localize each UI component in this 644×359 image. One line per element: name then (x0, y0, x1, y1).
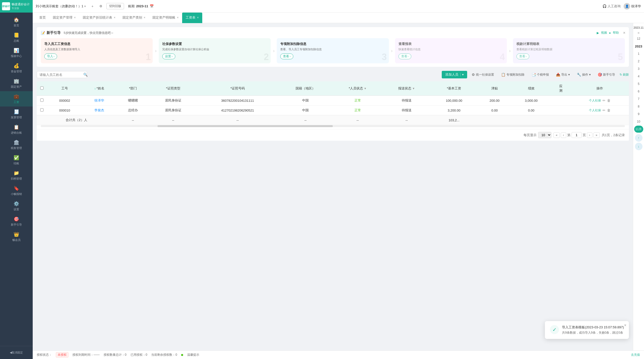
guide-button[interactable]: 🎯 新手引导 (595, 71, 618, 78)
tab-fixed-assets-close[interactable]: × (74, 16, 76, 19)
search-input[interactable] (39, 73, 82, 77)
month-11-current[interactable]: 11月 (634, 126, 643, 133)
guide-step-1-btn[interactable]: 导入 › (44, 54, 57, 59)
user-menu[interactable]: 👤 徐泽华 (624, 3, 641, 10)
guide-step-2-btn[interactable]: 设置 › (162, 54, 175, 59)
special-deduction-button[interactable]: 📋 专项附加扣除 (499, 71, 527, 78)
tab-home[interactable]: 首页 (36, 13, 49, 23)
page-input[interactable] (572, 132, 582, 138)
per-page-select[interactable]: 10 20 50 (538, 132, 551, 138)
sidebar-item-guide[interactable]: 🎯 新手引导 (0, 214, 33, 229)
month-2[interactable]: 2 (634, 58, 643, 65)
month-4[interactable]: 4 (634, 73, 643, 80)
month-7[interactable]: 7 (634, 95, 643, 102)
month-6[interactable]: 6 (634, 88, 643, 95)
sidebar-item-tax[interactable]: 🏛️ 税务管理 (0, 137, 33, 152)
sidebar-item-expense[interactable]: 🔖 小畅报销 (0, 183, 33, 198)
search-icon[interactable]: 🔍 (83, 73, 88, 77)
row2-name-link[interactable]: 李俊杰 (94, 108, 104, 112)
expand-panel-icon[interactable]: « (638, 31, 640, 35)
month-9[interactable]: 9 (634, 111, 643, 118)
guide-close-button[interactable]: × (623, 31, 625, 35)
row2-base-salary: 3,200.00 (430, 106, 478, 115)
tab-salary-close[interactable]: × (197, 16, 199, 19)
row1-name-link[interactable]: 徐泽华 (94, 98, 104, 102)
row2-personal-insurance[interactable]: 个人社保 (589, 108, 601, 113)
first-page-button[interactable]: « (553, 132, 560, 138)
toast-close-button[interactable]: × (624, 323, 626, 328)
tax-report-button[interactable]: 📑 个税申报 (529, 71, 551, 78)
add-account-button[interactable]: ＋ (89, 3, 96, 10)
export-button[interactable]: 📤 导出 ▾ (553, 71, 572, 78)
tab-depreciation-close[interactable]: × (114, 16, 115, 19)
row2-edit-icon[interactable]: ✏ (602, 108, 606, 112)
guide-video-help: ▶ 视频 ● 帮助 (597, 31, 619, 35)
tab-asset-detail-close[interactable]: × (177, 16, 179, 19)
month-1[interactable]: 1 (634, 50, 643, 57)
col-base-salary: *基本工资 (430, 81, 478, 96)
switch-version-button[interactable]: 切到旧版 (106, 3, 124, 9)
refresh-button[interactable]: ↻ 刷新 (620, 73, 629, 77)
sidebar-item-report[interactable]: 📊 报表中心 (0, 45, 33, 61)
tab-asset-category-close[interactable]: × (144, 16, 145, 19)
row1-personal-insurance[interactable]: 个人社保 (589, 98, 601, 103)
social-security-button[interactable]: ⚙ 统一社保设置 (469, 71, 497, 78)
sidebar-item-member[interactable]: 👑 畅会员 (0, 229, 33, 244)
row2-delete-icon[interactable]: 🗑 (607, 108, 611, 112)
row1-edit-icon[interactable]: ✏ (602, 98, 606, 102)
last-page-button[interactable]: » (593, 132, 600, 138)
step-4-arrow-icon: › (408, 55, 409, 58)
total-count: 共1页，2条记录 (602, 133, 625, 137)
row2-allowance: 0.00 (478, 106, 511, 115)
row1-checkbox[interactable] (40, 98, 44, 102)
add-btn-dropdown-icon[interactable]: ▾ (460, 73, 464, 76)
help-button[interactable]: 🎧 人工咨询 (602, 4, 621, 9)
guide-banner: 📝 新手引导 5步快速完成设置，快去完善信息吧～ 导入员工工资信息 人员信息及工… (37, 27, 629, 67)
prev-page-button[interactable]: ‹ (561, 132, 566, 138)
sidebar-item-finance[interactable]: 💰 资金管理 (0, 61, 33, 76)
horizontal-scrollbar[interactable] (41, 125, 625, 127)
month-12[interactable]: 12 (634, 35, 643, 42)
sidebar-item-ledger[interactable]: 📒 总账 (0, 30, 33, 45)
charge-link[interactable]: 去充值 (631, 353, 640, 357)
sidebar-item-home[interactable]: 🏠 首页 (0, 15, 33, 30)
sidebar-item-salary[interactable]: 💼 工资 (0, 91, 33, 107)
sidebar-item-trading[interactable]: 📋 进销台账 (0, 122, 33, 137)
scrollbar-thumb[interactable] (157, 125, 333, 127)
tab-salary[interactable]: 工资表 × (182, 13, 202, 23)
month-3[interactable]: 3 (634, 65, 643, 72)
calendar-nav-icon[interactable]: ↑ (635, 134, 642, 142)
month-10[interactable]: 10 (634, 118, 643, 125)
send-status-filter-icon[interactable]: ▼ (412, 87, 415, 90)
row1-action: 个人社保 ✏ 🗑 (571, 96, 629, 106)
calendar-down-icon[interactable]: ↓ (635, 143, 642, 150)
sidebar-item-archive[interactable]: 📁 归档管理 (0, 168, 33, 183)
cancel-fixed-button[interactable]: ◀ 取消固定 (0, 349, 33, 356)
tab-asset-detail[interactable]: 固定资产明细账 × (149, 13, 182, 23)
row1-delete-icon[interactable]: 🗑 (607, 98, 611, 102)
month-8[interactable]: 8 (634, 103, 643, 110)
select-all-checkbox[interactable] (40, 86, 44, 90)
tab-depreciation[interactable]: 固定资产折旧统计表 × (79, 13, 119, 23)
tab-asset-category[interactable]: 固定资产类别 × (119, 13, 149, 23)
guide-step-4-btn[interactable]: 查看 › (398, 54, 411, 59)
settings-account-button[interactable]: ⚙ (97, 3, 104, 10)
name-sort-icon[interactable]: ↕ (94, 87, 96, 90)
account-selector[interactable]: 刘小艳演示账套（勿删勿动！）1 ▾ (36, 4, 86, 9)
guide-step-5-btn[interactable]: 查看 › (516, 54, 529, 59)
sidebar-item-asset[interactable]: 🏢 固定资产 (0, 76, 33, 91)
add-person-button[interactable]: 添加人员 ▾ (442, 71, 467, 78)
operation-button[interactable]: 🔧 操作 ▾ (574, 71, 593, 78)
next-page-button[interactable]: › (587, 132, 592, 138)
sidebar-item-invoice[interactable]: 🧾 发票管理 (0, 107, 33, 122)
sidebar-item-close[interactable]: ✅ 结账 (0, 152, 33, 168)
row2-checkbox[interactable] (40, 108, 44, 112)
guide-step-3-btn[interactable]: 查看 › (280, 54, 293, 59)
warning-dot (181, 354, 183, 356)
month-5[interactable]: 5 (634, 80, 643, 87)
status-filter-icon[interactable]: ▼ (364, 87, 367, 90)
sidebar-bottom: ◀ 取消固定 (0, 346, 33, 359)
sidebar-item-settings[interactable]: ⚙️ 设置 (0, 198, 33, 214)
step-1-arrow-icon: › (54, 55, 54, 58)
tab-fixed-assets[interactable]: 固定资产管理 × (49, 13, 79, 23)
